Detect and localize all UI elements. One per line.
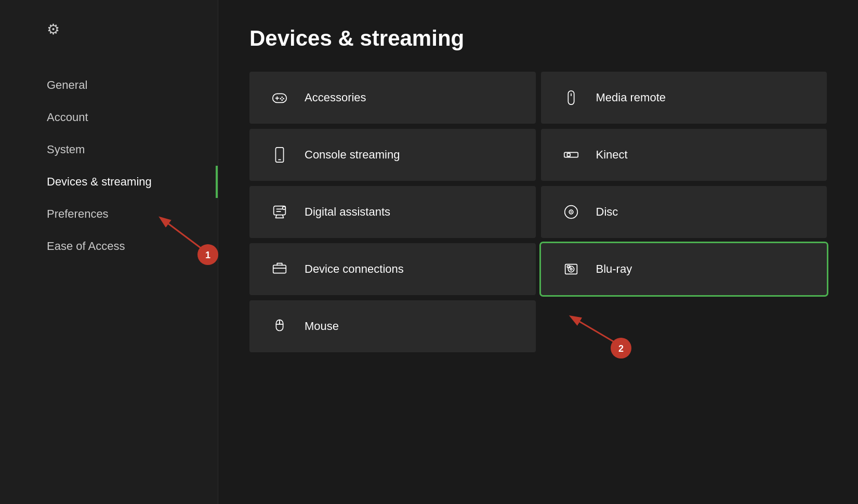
grid-item-mouse[interactable]: Mouse	[249, 300, 536, 352]
sidebar-item-system[interactable]: System	[0, 134, 218, 166]
sidebar-item-devices-streaming[interactable]: Devices & streaming	[0, 166, 218, 198]
svg-point-4	[283, 98, 284, 99]
bluray-icon	[562, 260, 580, 278]
svg-rect-21	[273, 265, 286, 273]
connections-icon	[270, 260, 289, 278]
grid-item-accessories[interactable]: Accessories	[249, 72, 536, 124]
page-title: Devices & streaming	[249, 26, 827, 51]
grid-item-media-remote[interactable]: Media remote	[541, 72, 827, 124]
assistant-icon: +	[270, 203, 289, 221]
device-connections-label: Device connections	[305, 262, 404, 276]
media-remote-label: Media remote	[596, 91, 666, 104]
settings-grid: Accessories Media remote Console streami…	[249, 72, 827, 352]
digital-assistants-label: Digital assistants	[305, 205, 390, 219]
sidebar: ⚙ General Account System Devices & strea…	[0, 0, 218, 504]
grid-item-digital-assistants[interactable]: + Digital assistants	[249, 186, 536, 238]
grid-item-device-connections[interactable]: Device connections	[249, 243, 536, 295]
mouse-icon	[270, 317, 289, 335]
grid-item-kinect[interactable]: Kinect	[541, 129, 827, 181]
svg-rect-0	[273, 94, 286, 102]
svg-point-20	[570, 211, 572, 213]
grid-item-console-streaming[interactable]: Console streaming	[249, 129, 536, 181]
sidebar-item-general[interactable]: General	[0, 69, 218, 101]
grid-item-disc[interactable]: Disc	[541, 186, 827, 238]
mouse-label: Mouse	[305, 320, 339, 333]
kinect-icon	[562, 146, 580, 164]
sidebar-item-preferences[interactable]: Preferences	[0, 198, 218, 230]
grid-item-blu-ray[interactable]: Blu-ray	[541, 243, 827, 295]
svg-point-3	[281, 97, 283, 98]
gear-icon[interactable]: ⚙	[47, 21, 218, 38]
svg-rect-11	[564, 152, 577, 157]
sidebar-item-ease-of-access[interactable]: Ease of Access	[0, 230, 218, 262]
kinect-label: Kinect	[596, 148, 628, 162]
svg-rect-7	[568, 91, 574, 104]
phone-icon	[270, 146, 289, 164]
blu-ray-label: Blu-ray	[596, 262, 632, 276]
svg-point-25	[570, 268, 572, 270]
sidebar-nav: General Account System Devices & streami…	[0, 69, 218, 262]
accessories-label: Accessories	[305, 91, 366, 104]
remote-icon	[562, 89, 580, 107]
svg-point-5	[280, 98, 281, 99]
gamepad-icon	[270, 89, 289, 107]
svg-rect-12	[567, 153, 570, 156]
disc-icon	[562, 203, 580, 221]
console-streaming-label: Console streaming	[305, 148, 400, 162]
svg-point-6	[281, 99, 283, 101]
disc-label: Disc	[596, 205, 618, 219]
svg-point-24	[568, 266, 574, 272]
sidebar-item-account[interactable]: Account	[0, 101, 218, 134]
main-content: Devices & streaming Accessories	[218, 0, 858, 504]
